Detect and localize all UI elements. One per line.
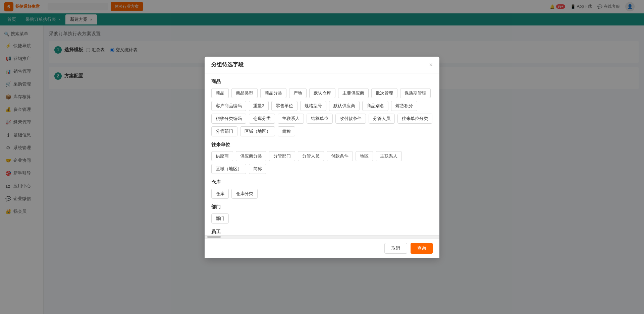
modal-close-button[interactable]: ×: [429, 61, 433, 68]
field-tag-炼货积分[interactable]: 炼货积分: [391, 101, 417, 111]
field-tag-分管部门[interactable]: 分管部门: [269, 151, 295, 161]
field-tag-结算单位[interactable]: 结算单位: [307, 114, 333, 124]
field-tag-商品类型[interactable]: 商品类型: [231, 88, 258, 98]
field-tags-部门: 部门: [211, 213, 433, 224]
field-tag-收付款条件[interactable]: 收付款条件: [335, 114, 366, 124]
field-group-往来单位: 往来单位供应商供应商分类分管部门分管人员付款条件地区主联系人区域（地区）简称: [211, 142, 433, 174]
field-tag-商品别名[interactable]: 商品别名: [362, 101, 388, 111]
field-tag-主联系人[interactable]: 主联系人: [278, 114, 304, 124]
field-tag-客户商品编码[interactable]: 客户商品编码: [211, 101, 246, 111]
field-group-title-仓库: 仓库: [211, 179, 433, 185]
field-tag-主要供应商[interactable]: 主要供应商: [338, 88, 369, 98]
field-tag-零售单位[interactable]: 零售单位: [271, 101, 298, 111]
field-tag-规格型号[interactable]: 规格型号: [300, 101, 326, 111]
field-tag-仓库[interactable]: 仓库: [211, 189, 229, 199]
field-group-title-员工: 员工: [211, 229, 433, 235]
hscroll-thumb: [207, 236, 221, 238]
field-tag-地区[interactable]: 地区: [356, 151, 373, 161]
field-group-title-往来单位: 往来单位: [211, 142, 433, 148]
confirm-button[interactable]: 查询: [411, 243, 433, 254]
field-tag-区域（地区）[interactable]: 区域（地区）: [240, 126, 275, 136]
field-group-仓库: 仓库仓库仓库分类: [211, 179, 433, 199]
field-tag-仓库分类[interactable]: 仓库分类: [249, 114, 275, 124]
field-tag-批次管理[interactable]: 批次管理: [371, 88, 397, 98]
cancel-button[interactable]: 取消: [384, 243, 407, 254]
modal-footer: 取消 查询: [205, 239, 439, 258]
field-tag-分管人员[interactable]: 分管人员: [298, 151, 324, 161]
modal-body: 商品商品商品类型商品分类产地默认仓库主要供应商批次管理保质期管理客户商品编码重量…: [205, 73, 439, 236]
field-group-员工: 员工业务员: [211, 229, 433, 236]
field-tags-仓库: 仓库仓库分类: [211, 189, 433, 199]
modal-title: 分组待选字段: [211, 61, 244, 68]
field-tag-默认供应商[interactable]: 默认供应商: [329, 101, 360, 111]
field-group-部门: 部门部门: [211, 204, 433, 224]
field-tag-往来单位分类[interactable]: 往来单位分类: [397, 114, 432, 124]
field-tag-付款条件[interactable]: 付款条件: [327, 151, 353, 161]
field-tag-部门[interactable]: 部门: [211, 213, 229, 224]
field-tag-默认仓库[interactable]: 默认仓库: [309, 88, 335, 98]
field-tag-主联系人[interactable]: 主联系人: [376, 151, 402, 161]
field-select-modal: 分组待选字段 × 商品商品商品类型商品分类产地默认仓库主要供应商批次管理保质期管…: [205, 57, 439, 258]
field-tags-往来单位: 供应商供应商分类分管部门分管人员付款条件地区主联系人区域（地区）简称: [211, 151, 433, 174]
field-tag-重量3[interactable]: 重量3: [249, 101, 269, 111]
field-tag-商品分类[interactable]: 商品分类: [260, 88, 286, 98]
field-tag-供应商[interactable]: 供应商: [211, 151, 233, 161]
field-tag-产地[interactable]: 产地: [289, 88, 307, 98]
modal-hscrollbar[interactable]: [205, 235, 439, 238]
field-group-title-商品: 商品: [211, 79, 433, 85]
field-tag-税收分类编码[interactable]: 税收分类编码: [211, 114, 246, 124]
field-tag-商品[interactable]: 商品: [211, 88, 229, 98]
field-group-商品: 商品商品商品类型商品分类产地默认仓库主要供应商批次管理保质期管理客户商品编码重量…: [211, 79, 433, 136]
field-tag-保质期管理[interactable]: 保质期管理: [400, 88, 431, 98]
field-tag-区域（地区）[interactable]: 区域（地区）: [211, 164, 246, 174]
field-tag-分管人员[interactable]: 分管人员: [369, 114, 395, 124]
field-tag-供应商分类[interactable]: 供应商分类: [236, 151, 266, 161]
field-tags-商品: 商品商品类型商品分类产地默认仓库主要供应商批次管理保质期管理客户商品编码重量3零…: [211, 88, 433, 136]
field-tag-简称[interactable]: 简称: [249, 164, 266, 174]
field-tag-仓库分类[interactable]: 仓库分类: [231, 189, 258, 199]
modal-header: 分组待选字段 ×: [205, 57, 439, 73]
field-tag-分管部门[interactable]: 分管部门: [211, 126, 237, 136]
field-tag-简称[interactable]: 简称: [278, 126, 295, 136]
field-group-title-部门: 部门: [211, 204, 433, 210]
